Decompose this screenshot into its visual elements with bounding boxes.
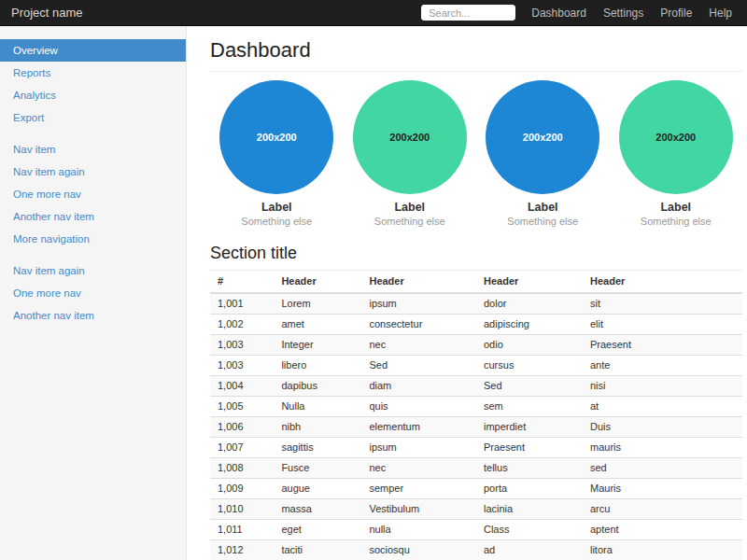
placeholder-image: 200x200 <box>219 80 333 194</box>
table-row: 1,010massaVestibulumlaciniaarcu <box>210 499 742 520</box>
table-cell: 1,001 <box>210 293 274 315</box>
table-cell: Praesent <box>583 335 742 356</box>
table-cell: 1,002 <box>210 315 274 335</box>
table-cell: 1,004 <box>210 376 274 397</box>
table-cell: porta <box>476 479 583 499</box>
table-cell: ipsum <box>361 293 476 315</box>
table-cell: nec <box>361 335 476 356</box>
table-cell: 1,010 <box>210 499 274 520</box>
table-cell: Class <box>476 520 583 540</box>
sidebar-group: OverviewReportsAnalyticsExport <box>0 39 186 129</box>
placeholder-image: 200x200 <box>486 80 599 194</box>
table-cell: odio <box>476 335 583 356</box>
table-cell: semper <box>361 479 476 499</box>
navbar-link-profile[interactable]: Profile <box>652 0 700 26</box>
table-cell: imperdiet <box>476 417 583 438</box>
data-table: #HeaderHeaderHeaderHeader 1,001Loremipsu… <box>210 271 742 560</box>
table-cell: quis <box>361 397 476 417</box>
table-cell: aptent <box>583 520 742 540</box>
table-cell: ad <box>476 540 583 560</box>
table-cell: Mauris <box>583 479 742 499</box>
sidebar-item-nav-item-again[interactable]: Nav item again <box>0 161 186 183</box>
table-row: 1,004dapibusdiamSednisi <box>210 376 742 397</box>
sidebar-item-analytics[interactable]: Analytics <box>0 84 186 106</box>
table-cell: 1,003 <box>210 356 274 376</box>
table-cell: 1,007 <box>210 438 274 458</box>
table-cell: adipiscing <box>476 315 583 335</box>
table-cell: Duis <box>583 417 742 438</box>
table-cell: sed <box>583 458 742 479</box>
navbar-link-help[interactable]: Help <box>700 0 740 26</box>
table-cell: Sed <box>476 376 583 397</box>
placeholder-column: 200x200LabelSomething else <box>610 80 743 227</box>
table-header-row: #HeaderHeaderHeaderHeader <box>210 271 742 293</box>
table-cell: augue <box>274 479 361 499</box>
table-cell: 1,005 <box>210 397 274 417</box>
table-cell: consectetur <box>361 315 476 335</box>
placeholder-size-text: 200x200 <box>389 132 430 143</box>
placeholder-row: 200x200LabelSomething else200x200LabelSo… <box>210 80 742 227</box>
table-header-cell: # <box>210 271 274 293</box>
table-cell: nibh <box>274 417 361 438</box>
table-row: 1,011egetnullaClassaptent <box>210 520 742 540</box>
table-cell: Sed <box>361 356 476 376</box>
table-row: 1,001Loremipsumdolorsit <box>210 293 742 315</box>
placeholder-label: Label <box>261 201 292 214</box>
brand-link[interactable]: Project name <box>0 0 94 26</box>
table-cell: Vestibulum <box>361 499 476 520</box>
table-cell: sociosqu <box>361 540 476 560</box>
table-header-cell: Header <box>476 271 583 293</box>
sidebar-item-another-nav-item[interactable]: Another nav item <box>0 304 186 327</box>
table-cell: 1,012 <box>210 540 274 560</box>
search-input[interactable] <box>421 5 515 21</box>
table-row: 1,008Fuscenectellussed <box>210 458 742 479</box>
table-header-cell: Header <box>361 271 476 293</box>
table-cell: elementum <box>361 417 476 438</box>
sidebar-item-reports[interactable]: Reports <box>0 62 186 84</box>
table-cell: eget <box>274 520 361 540</box>
table-cell: nulla <box>361 520 476 540</box>
sidebar-item-nav-item[interactable]: Nav item <box>0 138 186 161</box>
table-cell: nisi <box>583 376 742 397</box>
placeholder-column: 200x200LabelSomething else <box>476 80 610 227</box>
table-row: 1,006nibhelementumimperdietDuis <box>210 417 742 438</box>
table-header-cell: Header <box>274 271 361 293</box>
table-cell: Integer <box>274 335 361 356</box>
sidebar-item-export[interactable]: Export <box>0 106 186 129</box>
placeholder-sublabel: Something else <box>374 216 445 227</box>
placeholder-label: Label <box>528 201 558 214</box>
placeholder-label: Label <box>394 201 425 214</box>
sidebar-item-one-more-nav[interactable]: One more nav <box>0 183 186 205</box>
table-cell: ipsum <box>361 438 476 458</box>
sidebar: OverviewReportsAnalyticsExportNav itemNa… <box>0 26 187 560</box>
section-title: Section title <box>210 244 742 271</box>
sidebar-item-nav-item-again[interactable]: Nav item again <box>0 259 186 282</box>
navbar-link-settings[interactable]: Settings <box>595 0 652 26</box>
sidebar-item-more-navigation[interactable]: More navigation <box>0 228 186 250</box>
table-cell: sagittis <box>274 438 361 458</box>
table-body: 1,001Loremipsumdolorsit1,002ametconsecte… <box>210 293 742 560</box>
sidebar-item-one-more-nav[interactable]: One more nav <box>0 282 186 304</box>
table-cell: taciti <box>274 540 361 560</box>
placeholder-size-text: 200x200 <box>655 132 696 143</box>
table-cell: dapibus <box>274 376 361 397</box>
table-cell: sem <box>476 397 583 417</box>
table-cell: Fusce <box>274 458 361 479</box>
navbar-link-dashboard[interactable]: Dashboard <box>523 0 595 26</box>
placeholder-sublabel: Something else <box>241 216 312 227</box>
page-title: Dashboard <box>210 38 742 72</box>
sidebar-item-another-nav-item[interactable]: Another nav item <box>0 205 186 228</box>
table-row: 1,002ametconsecteturadipiscingelit <box>210 315 742 335</box>
table-cell: arcu <box>583 499 742 520</box>
table-cell: ante <box>583 356 742 376</box>
sidebar-item-overview[interactable]: Overview <box>0 39 186 62</box>
table-cell: sit <box>583 293 742 315</box>
placeholder-column: 200x200LabelSomething else <box>210 80 344 227</box>
table-row: 1,005Nullaquissemat <box>210 397 742 417</box>
table-header-cell: Header <box>583 271 742 293</box>
placeholder-size-text: 200x200 <box>523 132 563 143</box>
table-cell: 1,006 <box>210 417 274 438</box>
placeholder-image: 200x200 <box>619 80 733 194</box>
table-cell: elit <box>583 315 742 335</box>
top-navbar: Project name DashboardSettingsProfileHel… <box>0 0 747 26</box>
